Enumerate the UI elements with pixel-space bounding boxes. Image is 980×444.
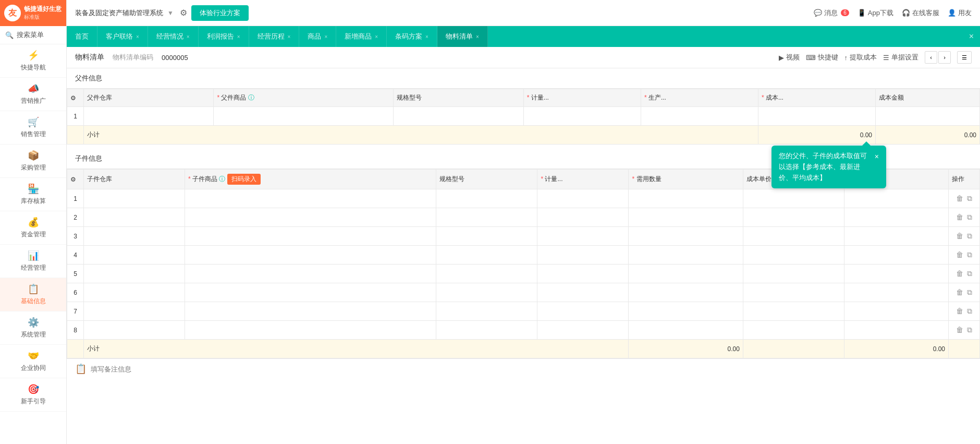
copy-icon[interactable]: ⧉ <box>967 307 972 315</box>
delete-icon[interactable]: 🗑 <box>956 250 963 259</box>
sidebar-item-finance[interactable]: 💰 资金管理 <box>0 211 66 245</box>
parent-row-1-production[interactable] <box>641 107 758 126</box>
child-row-7-unit-cost[interactable] <box>743 302 844 321</box>
tab-home[interactable]: 首页 <box>67 26 97 47</box>
delete-icon[interactable]: 🗑 <box>956 232 963 240</box>
settings-icon[interactable]: ⚙ <box>180 8 187 18</box>
close-all-tabs-button[interactable]: × <box>963 32 980 41</box>
parent-th-settings[interactable]: ⚙ <box>67 89 84 107</box>
extract-cost-action[interactable]: ↑ 提取成本 <box>844 53 877 62</box>
child-row-2-unit-cost[interactable] <box>743 208 844 227</box>
child-row-4-product[interactable] <box>185 246 436 265</box>
copy-icon[interactable]: ⧉ <box>967 326 972 334</box>
child-row-7-unit[interactable] <box>537 302 629 321</box>
online-service-button[interactable]: 🎧 在线客服 <box>902 8 939 18</box>
child-row-2-qty[interactable] <box>629 208 743 227</box>
tab-operations-close[interactable]: × <box>187 34 190 40</box>
delete-icon[interactable]: 🗑 <box>956 307 963 315</box>
app-download-button[interactable]: 📱 App下载 <box>858 8 893 18</box>
child-row-1-warehouse[interactable] <box>84 189 185 208</box>
parent-row-1-product[interactable] <box>214 107 394 126</box>
child-row-1-product[interactable] <box>185 189 436 208</box>
view-action[interactable]: ▶ 视频 <box>779 53 800 62</box>
delete-icon[interactable]: 🗑 <box>956 288 963 296</box>
sidebar-item-operations[interactable]: 📊 经营管理 <box>0 245 66 278</box>
copy-icon[interactable]: ⧉ <box>967 194 972 202</box>
child-row-1-spec[interactable] <box>436 189 537 208</box>
next-page-button[interactable]: › <box>938 51 951 64</box>
child-th-settings[interactable]: ⚙ <box>67 170 84 189</box>
child-row-5-cost-amount[interactable] <box>844 265 949 283</box>
child-row-3-product[interactable] <box>185 227 436 246</box>
tab-barcode-close[interactable]: × <box>425 34 428 40</box>
child-row-8-unit[interactable] <box>537 321 629 340</box>
dropdown-arrow-icon[interactable]: ▼ <box>167 9 174 17</box>
copy-icon[interactable]: ⧉ <box>967 269 972 278</box>
child-row-4-spec[interactable] <box>436 246 537 265</box>
tab-bom-close[interactable]: × <box>476 34 479 40</box>
copy-icon[interactable]: ⧉ <box>967 213 972 221</box>
child-row-6-spec[interactable] <box>436 283 537 302</box>
tab-customer-close[interactable]: × <box>136 34 139 40</box>
tab-operations[interactable]: 经营情况 × <box>148 26 199 47</box>
child-row-5-spec[interactable] <box>436 265 537 283</box>
child-row-6-unit[interactable] <box>537 283 629 302</box>
child-row-8-qty[interactable] <box>629 321 743 340</box>
child-row-4-unit[interactable] <box>537 246 629 265</box>
message-button[interactable]: 💬 消息 6 <box>814 8 849 18</box>
child-row-1-qty[interactable] <box>629 189 743 208</box>
child-row-7-spec[interactable] <box>436 302 537 321</box>
sidebar-item-guide[interactable]: 🎯 新手引导 <box>0 378 66 412</box>
parent-row-1-cost-amount[interactable] <box>876 107 980 126</box>
child-row-3-warehouse[interactable] <box>84 227 185 246</box>
child-row-6-cost-amount[interactable] <box>844 283 949 302</box>
child-row-4-unit-cost[interactable] <box>743 246 844 265</box>
copy-icon[interactable]: ⧉ <box>967 250 972 259</box>
copy-icon[interactable]: ⧉ <box>967 232 972 240</box>
tab-history[interactable]: 经营历程 × <box>249 26 300 47</box>
remark-input[interactable] <box>91 365 972 373</box>
child-row-3-spec[interactable] <box>436 227 537 246</box>
sidebar-item-sales[interactable]: 🛒 销售管理 <box>0 111 66 145</box>
sidebar-item-enterprise[interactable]: 🤝 企业协同 <box>0 345 66 378</box>
child-row-5-qty[interactable] <box>629 265 743 283</box>
child-row-6-unit-cost[interactable] <box>743 283 844 302</box>
child-row-3-unit[interactable] <box>537 227 629 246</box>
parent-row-1-warehouse[interactable] <box>84 107 214 126</box>
child-row-1-unit[interactable] <box>537 189 629 208</box>
child-row-3-unit-cost[interactable] <box>743 227 844 246</box>
shortcut-action[interactable]: ⌨ 快捷键 <box>806 53 838 62</box>
sidebar-item-basic-info[interactable]: 📋 基础信息 <box>0 278 66 311</box>
child-row-2-product[interactable] <box>185 208 436 227</box>
child-row-5-warehouse[interactable] <box>84 265 185 283</box>
parent-row-1-spec[interactable] <box>394 107 523 126</box>
parent-row-1-unit[interactable] <box>523 107 641 126</box>
sidebar-search[interactable]: 🔍 搜索菜单 <box>0 26 66 44</box>
prev-page-button[interactable]: ‹ <box>925 51 937 64</box>
child-row-8-unit-cost[interactable] <box>743 321 844 340</box>
sidebar-item-inventory[interactable]: 🏪 库存核算 <box>0 178 66 211</box>
tab-barcode[interactable]: 条码方案 × <box>387 26 437 47</box>
delete-icon[interactable]: 🗑 <box>956 326 963 334</box>
child-row-6-warehouse[interactable] <box>84 283 185 302</box>
child-row-8-warehouse[interactable] <box>84 321 185 340</box>
child-row-5-unit-cost[interactable] <box>743 265 844 283</box>
single-settings-action[interactable]: ☰ 单据设置 <box>883 53 918 62</box>
child-row-2-unit[interactable] <box>537 208 629 227</box>
copy-icon[interactable]: ⧉ <box>967 288 972 296</box>
tab-customer[interactable]: 客户联络 × <box>97 26 148 47</box>
trial-button[interactable]: 体验行业方案 <box>191 5 249 21</box>
tab-profit-close[interactable]: × <box>237 34 240 40</box>
child-row-5-product[interactable] <box>185 265 436 283</box>
child-row-7-warehouse[interactable] <box>84 302 185 321</box>
user-menu[interactable]: 👤 用友 <box>948 8 972 18</box>
child-row-6-product[interactable] <box>185 283 436 302</box>
tab-new-product[interactable]: 新增商品 × <box>336 26 387 47</box>
child-row-4-warehouse[interactable] <box>84 246 185 265</box>
delete-icon[interactable]: 🗑 <box>956 194 963 202</box>
tooltip-close-button[interactable]: × <box>875 151 879 162</box>
child-row-8-spec[interactable] <box>436 321 537 340</box>
parent-row-1-cost[interactable] <box>758 107 875 126</box>
child-row-7-qty[interactable] <box>629 302 743 321</box>
tab-product-close[interactable]: × <box>324 34 327 40</box>
